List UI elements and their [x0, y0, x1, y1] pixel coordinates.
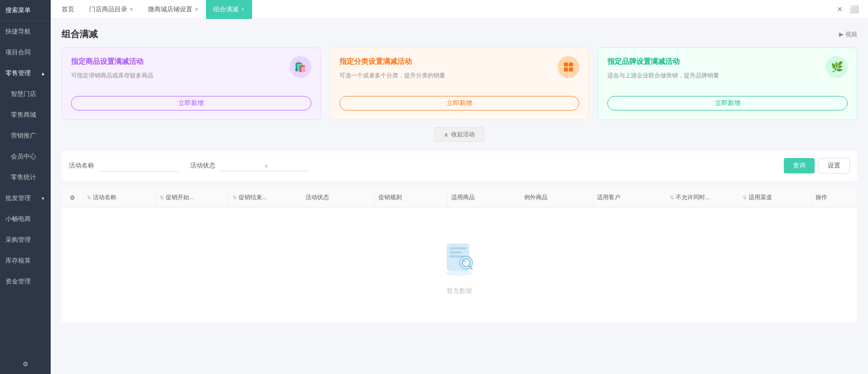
svg-rect-0 — [564, 62, 568, 67]
card-category-discount: 指定分类设置满减活动 可选一个或者多个分类，提升分类的销量 立即新增 — [330, 48, 589, 120]
card-category-discount-btn[interactable]: 立即新增 — [339, 96, 580, 110]
sidebar-item-retail-mgmt[interactable]: 零售管理 ▲ — [0, 63, 51, 84]
svg-rect-3 — [569, 67, 573, 72]
page-content: 组合满减 ▶ 视频 指定商品设置满减活动 可指定滞销商品或库存较多商品 🛍️ 立… — [51, 19, 868, 374]
chevron-up-icon: ∧ — [444, 131, 448, 138]
card-brand-discount-title: 指定品牌设置满减活动 — [607, 57, 848, 67]
collapse-bar: ∧ 收起活动 — [62, 127, 857, 142]
page-header: 组合满减 ▶ 视频 — [62, 28, 857, 40]
filter-actions: 查询 设置 — [784, 158, 850, 173]
th-goods: 适用商品 — [448, 188, 520, 207]
sidebar-item-member-center[interactable]: 会员中心 — [0, 146, 51, 167]
card-brand-discount-btn[interactable]: 立即新增 — [607, 96, 848, 110]
card-category-discount-title: 指定分类设置满减活动 — [339, 57, 580, 67]
sidebar-item-smart-store[interactable]: 智慧门店 — [0, 84, 51, 105]
svg-point-4 — [446, 270, 473, 276]
empty-text: 暂无数据 — [447, 287, 472, 295]
card-category-discount-desc: 可选一个或者多个分类，提升分类的销量 — [339, 71, 580, 90]
window-controls: ✕ ⬜ — [835, 4, 864, 14]
promo-cards-row: 指定商品设置满减活动 可指定滞销商品或库存较多商品 🛍️ 立即新增 指定分类设置… — [62, 48, 857, 120]
card-product-discount-icon: 🛍️ — [290, 56, 311, 78]
page-title: 组合满减 — [62, 28, 98, 40]
chevron-up-icon: ▲ — [41, 71, 45, 76]
th-channel: ⇅ 适用渠道 — [739, 188, 812, 207]
th-name: ⇅ 活动名称 — [83, 188, 156, 207]
sidebar-item-retail-stats[interactable]: 零售统计 — [0, 167, 51, 188]
th-rule: 促销规则 — [375, 188, 448, 207]
table-settings-icon: ⚙ — [70, 194, 75, 201]
settings-bottom[interactable]: ⚙ — [0, 354, 51, 374]
sort-icon-channel[interactable]: ⇅ — [743, 195, 747, 201]
card-product-discount-btn[interactable]: 立即新增 — [71, 96, 311, 110]
card-brand-discount: 指定品牌设置满减活动 适合与上游企业联合做营销，提升品牌销量 🌿 立即新增 — [598, 48, 857, 120]
query-button[interactable]: 查询 — [784, 158, 815, 173]
sort-icon-end[interactable]: ⇅ — [233, 195, 237, 201]
sidebar-item-wholesale-mgmt[interactable]: 批发管理 ▼ — [0, 188, 51, 209]
window-close-icon[interactable]: ✕ — [835, 4, 844, 14]
tab-close-wechat-store-settings[interactable]: × — [195, 6, 198, 13]
sidebar-item-project-contract[interactable]: 项目合同 — [0, 42, 51, 63]
sidebar-search[interactable]: 搜索菜单 — [0, 0, 51, 21]
tab-home[interactable]: 首页 — [54, 0, 82, 19]
sort-icon-start[interactable]: ⇅ — [160, 195, 164, 201]
filter-status-label: 活动状态 — [190, 162, 215, 170]
sidebar-item-marketing[interactable]: 营销推广 — [0, 125, 51, 146]
svg-point-12 — [463, 260, 465, 262]
chevron-down-icon: ∨ — [264, 163, 310, 169]
card-brand-discount-icon: 🌿 — [826, 56, 848, 78]
chevron-down-icon: ▼ — [41, 196, 45, 201]
empty-state: 暂无数据 — [62, 207, 857, 322]
card-product-discount: 指定商品设置满减活动 可指定滞销商品或库存较多商品 🛍️ 立即新增 — [62, 48, 321, 120]
video-link[interactable]: ▶ 视频 — [839, 30, 857, 38]
th-no-concurrent: ⇅ 不允许同时... — [666, 188, 739, 207]
filter-status-select[interactable]: ∨ — [219, 161, 310, 171]
th-customer: 适用客户 — [593, 188, 666, 207]
card-product-discount-desc: 可指定滞销商品或库存较多商品 — [71, 71, 311, 90]
svg-rect-7 — [449, 251, 462, 254]
th-status: 活动状态 — [302, 188, 375, 207]
filter-row: 活动名称 活动状态 ∨ 查询 设置 — [62, 151, 857, 181]
svg-rect-6 — [449, 247, 467, 249]
tab-bar: 首页 门店商品目录 × 微商城店铺设置 × 组合满减 × ✕ ⬜ — [51, 0, 868, 19]
th-except: 例外商品 — [520, 188, 593, 207]
settings-button[interactable]: 设置 — [818, 158, 850, 173]
tab-combo-discount[interactable]: 组合满减 × — [206, 0, 252, 19]
sort-icon-name[interactable]: ⇅ — [87, 195, 91, 201]
card-category-discount-icon — [558, 56, 579, 78]
sidebar-item-retail-mall[interactable]: 零售商城 — [0, 105, 51, 125]
filter-name-label: 活动名称 — [69, 162, 94, 170]
play-icon: ▶ — [839, 31, 844, 38]
filter-status-item: 活动状态 ∨ — [190, 161, 310, 171]
th-ops: 操作 — [812, 188, 857, 207]
th-start: ⇅ 促销开始... — [156, 188, 229, 207]
collapse-activities-btn[interactable]: ∧ 收起活动 — [434, 127, 484, 142]
filter-name-input[interactable] — [98, 160, 179, 172]
sidebar-item-quick-nav[interactable]: 快捷导航 — [0, 21, 51, 42]
sidebar-item-xiaochangecom[interactable]: 小畅电商 — [0, 209, 51, 230]
gear-icon: ⚙ — [23, 360, 29, 368]
tab-close-combo-discount[interactable]: × — [241, 6, 244, 13]
data-table: ⚙ ⇅ 活动名称 ⇅ 促销开始... ⇅ 促销结束... 活动状态 — [62, 188, 857, 322]
tab-store-catalog[interactable]: 门店商品目录 × — [82, 0, 141, 19]
sidebar-item-inventory-calc[interactable]: 库存核算 — [0, 250, 51, 271]
table-header: ⚙ ⇅ 活动名称 ⇅ 促销开始... ⇅ 促销结束... 活动状态 — [62, 188, 857, 207]
card-brand-discount-desc: 适合与上游企业联合做营销，提升品牌销量 — [607, 71, 848, 90]
sidebar-item-fund-mgmt[interactable]: 资金管理 — [0, 271, 51, 292]
svg-rect-1 — [569, 62, 573, 67]
th-end: ⇅ 促销结束... — [229, 188, 302, 207]
svg-rect-8 — [449, 255, 464, 258]
empty-illustration — [437, 235, 482, 280]
tab-wechat-store-settings[interactable]: 微商城店铺设置 × — [141, 0, 206, 19]
svg-rect-2 — [564, 67, 568, 72]
sidebar: 搜索菜单 快捷导航 项目合同 零售管理 ▲ 智慧门店 零售商城 营销推广 会员中… — [0, 0, 51, 374]
sort-icon-concurrent[interactable]: ⇅ — [670, 195, 674, 201]
th-settings[interactable]: ⚙ — [62, 189, 83, 206]
window-maximize-icon[interactable]: ⬜ — [848, 4, 861, 14]
filter-name-item: 活动名称 — [69, 160, 179, 172]
card-product-discount-title: 指定商品设置满减活动 — [71, 57, 311, 67]
tab-close-store-catalog[interactable]: × — [130, 6, 133, 13]
main-area: 首页 门店商品目录 × 微商城店铺设置 × 组合满减 × ✕ ⬜ 组合满减 ▶ … — [51, 0, 868, 374]
sidebar-item-purchase-mgmt[interactable]: 采购管理 — [0, 230, 51, 250]
